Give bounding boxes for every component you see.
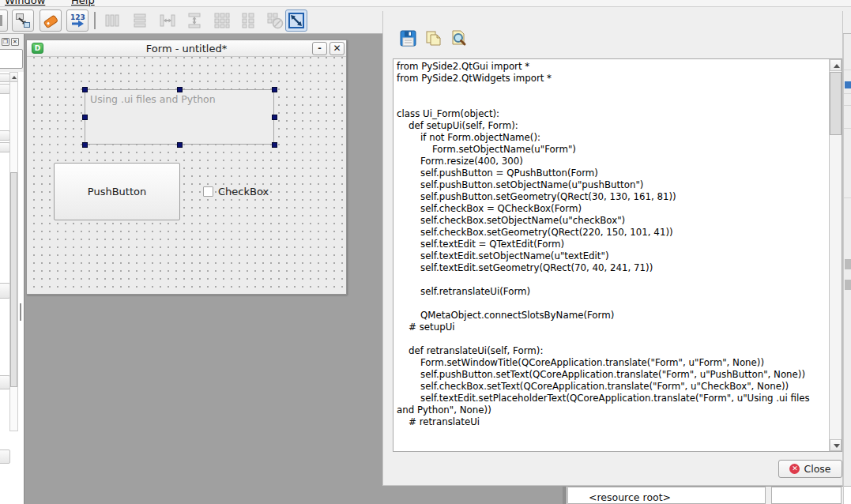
layout-vertical-button[interactable] — [129, 9, 151, 32]
widget-box-scrollbar[interactable] — [9, 72, 18, 431]
code-scrollbar-thumb[interactable] — [830, 72, 842, 135]
form-layout-icon — [240, 13, 256, 28]
pushbutton-widget[interactable]: PushButton — [54, 163, 180, 220]
checkbox-widget[interactable]: CheckBox — [203, 186, 269, 197]
scroll-up-arrow-icon[interactable] — [10, 73, 17, 82]
selection-handle-e[interactable] — [272, 115, 277, 120]
close-button[interactable]: ✕ Close — [778, 460, 842, 478]
close-button-label: Close — [804, 463, 830, 475]
save-icon[interactable] — [400, 30, 416, 47]
copy-icon[interactable] — [425, 30, 442, 47]
widget-box-list — [0, 72, 24, 504]
svg-text:123: 123 — [70, 13, 85, 21]
layout-vertical-icon — [132, 13, 148, 28]
code-view[interactable]: from PySide2.QtGui import * from PySide2… — [393, 58, 842, 452]
edit-widgets-button[interactable] — [0, 9, 8, 32]
tab-order-icon: 123 — [69, 12, 86, 29]
toolbar-separator — [94, 12, 96, 29]
checkbox-label: CheckBox — [218, 186, 269, 197]
edit-widgets-icon — [0, 13, 5, 28]
widget-category-item[interactable] — [0, 449, 10, 464]
layout-vertical-splitter-button[interactable] — [183, 9, 205, 32]
signals-slots-icon — [15, 13, 31, 28]
widget-box-dock: ❐ ✕ — [0, 34, 24, 504]
code-preview-dialog: from PySide2.QtGui import * from PySide2… — [382, 11, 843, 486]
selection-handle-w[interactable] — [82, 115, 88, 120]
textedit-placeholder: Using .ui files and Python — [90, 93, 216, 105]
layout-horizontal-icon — [104, 13, 120, 28]
selection-handle-se[interactable] — [272, 142, 277, 148]
form-canvas[interactable]: Using .ui files and Python PushButton Ch… — [27, 57, 346, 294]
resource-tree[interactable]: <resource root> — [567, 487, 766, 504]
menu-bar: Window Help — [0, 0, 851, 7]
break-layout-icon — [267, 13, 284, 29]
buddy-tag-icon — [42, 13, 59, 28]
splitter-vertical-icon — [186, 13, 202, 28]
selection-handle-n[interactable] — [177, 87, 183, 92]
right-dock-bottom — [844, 486, 851, 504]
dock-float-button[interactable]: ❐ — [2, 38, 9, 46]
checkbox-box[interactable] — [203, 186, 213, 197]
form-close-button[interactable]: ✕ — [329, 42, 345, 55]
selection-handle-sw[interactable] — [82, 142, 88, 148]
close-circle-icon: ✕ — [789, 464, 800, 474]
grid-layout-icon — [214, 13, 230, 28]
layout-grid-button[interactable] — [211, 9, 233, 32]
adjust-size-button[interactable] — [285, 9, 307, 32]
selection-handle-s[interactable] — [177, 142, 183, 148]
menu-window[interactable]: Window — [5, 0, 45, 6]
layout-form-button[interactable] — [237, 9, 259, 32]
dock-splitter-handle[interactable] — [20, 303, 21, 321]
right-dock-edge — [843, 34, 851, 504]
code-dialog-toolbar — [383, 11, 842, 55]
code-scrollbar[interactable] — [829, 59, 842, 451]
selection-handle-ne[interactable] — [272, 87, 277, 92]
form-window-title: Form - untitled* — [27, 43, 346, 55]
form-window-titlebar[interactable]: D Form - untitled* - ✕ — [27, 40, 346, 57]
layout-horizontal-button[interactable] — [101, 9, 123, 32]
selection-handle-nw[interactable] — [82, 87, 88, 92]
form-minimize-button[interactable]: - — [312, 42, 327, 55]
break-layout-button[interactable] — [264, 9, 286, 32]
textedit-widget[interactable]: Using .ui files and Python — [85, 89, 274, 145]
widget-filter-input[interactable] — [0, 49, 23, 69]
layout-horizontal-splitter-button[interactable] — [156, 9, 179, 32]
resource-list[interactable] — [771, 487, 842, 504]
resource-browser: <resource root> — [563, 487, 843, 504]
adjust-size-icon — [288, 12, 305, 29]
scrollbar-thumb[interactable] — [10, 172, 17, 387]
dock-close-button[interactable]: ✕ — [11, 38, 19, 46]
edit-tab-order-button[interactable]: 123 — [66, 9, 88, 32]
menu-help[interactable]: Help — [71, 0, 95, 6]
pushbutton-label: PushButton — [88, 186, 146, 197]
edit-signals-slots-button[interactable] — [12, 9, 34, 32]
resource-splitter[interactable] — [563, 487, 567, 504]
resource-root-item[interactable]: <resource root> — [589, 491, 671, 503]
find-icon[interactable] — [450, 30, 467, 47]
scroll-up-arrow-icon[interactable] — [830, 59, 842, 71]
form-editor-window: D Form - untitled* - ✕ Using .ui files a… — [26, 39, 347, 295]
selected-row-edge — [845, 81, 851, 88]
splitter-horizontal-icon — [160, 13, 175, 28]
edit-buddies-button[interactable] — [40, 9, 62, 32]
generated-python-code[interactable]: from PySide2.QtGui import * from PySide2… — [397, 61, 823, 428]
scroll-down-arrow-icon[interactable] — [830, 439, 842, 451]
